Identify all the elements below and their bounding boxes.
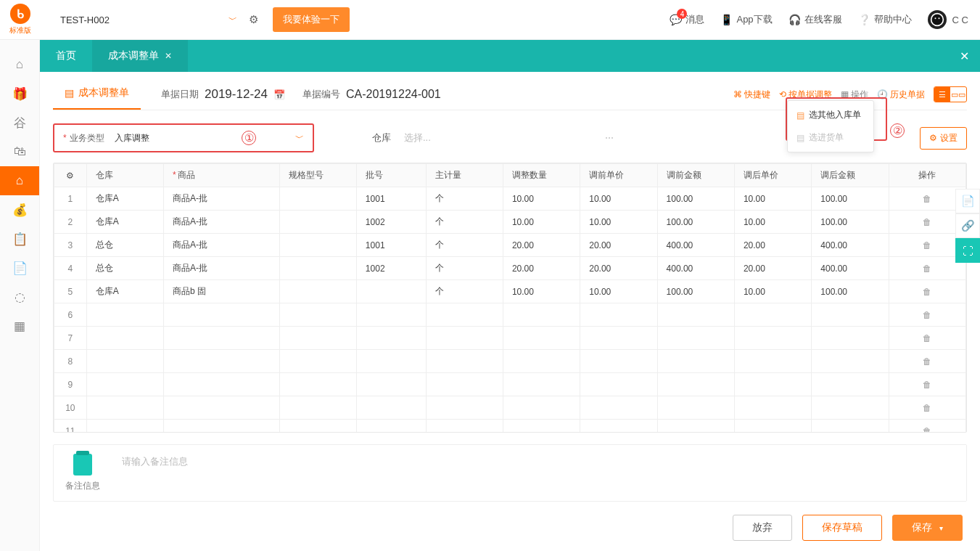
tab-close-icon[interactable]: ✕ xyxy=(165,51,172,61)
calendar-icon[interactable]: 📅 xyxy=(273,89,285,100)
trial-button[interactable]: 我要体验一下 xyxy=(273,7,350,32)
right-dock: 📄 🔗 ⛶ xyxy=(955,189,980,263)
popup-option-purchase[interactable]: ▤选进货单 xyxy=(788,126,873,149)
delete-row-icon[interactable]: 🗑 xyxy=(923,333,931,343)
nav-money[interactable]: 💰 xyxy=(0,195,39,224)
avatar[interactable] xyxy=(928,10,947,29)
items-grid: ⚙ 仓库 *商品 规格型号 批号 主计量 调整数量 调前单价 调前金额 调后单价… xyxy=(54,163,966,433)
delete-row-icon[interactable]: 🗑 xyxy=(923,403,931,413)
org-selector[interactable]: TEST-H002﹀ xyxy=(54,9,243,30)
doc-icon: ▤ xyxy=(796,110,804,121)
delete-row-icon[interactable]: 🗑 xyxy=(923,380,931,390)
delete-row-icon[interactable]: 🗑 xyxy=(923,426,931,433)
delete-row-icon[interactable]: 🗑 xyxy=(923,287,931,297)
dock-expand[interactable]: ⛶ xyxy=(955,238,980,263)
messages-link[interactable]: 💬消息4 xyxy=(670,13,704,26)
nav-gift[interactable]: 🎁 xyxy=(0,79,39,108)
tool-hotkey[interactable]: ⌘快捷键 xyxy=(733,89,770,101)
col-product[interactable]: *商品 xyxy=(164,164,280,187)
list-view-icon[interactable]: ☰ xyxy=(934,87,950,102)
customer-service-link[interactable]: 🎧在线客服 xyxy=(788,13,842,26)
chevron-down-icon: ﹀ xyxy=(295,132,304,144)
chevron-down-icon: ﹀ xyxy=(228,14,237,26)
col-unit[interactable]: 主计量 xyxy=(426,164,503,187)
side-nav: ⌂ 🎁 ⾕ 🛍 ⌂ 💰 📋 📄 ◌ ▦ xyxy=(0,40,40,551)
gear-icon: ⚙ xyxy=(929,133,937,143)
col-price-after[interactable]: 调后单价 xyxy=(734,164,811,187)
table-row[interactable]: 2仓库A商品A-批1002个10.0010.00100.0010.00100.0… xyxy=(54,211,966,234)
save-draft-button[interactable]: 保存草稿 xyxy=(802,515,882,541)
gear-icon[interactable]: ⚙ xyxy=(249,13,258,26)
svg-point-2 xyxy=(934,17,936,19)
col-price-before[interactable]: 调前单价 xyxy=(580,164,657,187)
source-order-popup: ▤选其他入库单 ▤选进货单 xyxy=(787,100,874,152)
dock-note[interactable]: 📄 xyxy=(955,189,980,213)
nav-report[interactable]: 📋 xyxy=(0,224,39,253)
warehouse-filter[interactable]: 仓库选择...⋯ xyxy=(372,131,615,144)
table-row[interactable]: 1仓库A商品A-批1001个10.0010.00100.0010.00100.0… xyxy=(54,187,966,211)
delete-row-icon[interactable]: 🗑 xyxy=(923,264,931,274)
nav-bag[interactable]: 🛍 xyxy=(0,137,39,166)
remark-label: 备注信息 xyxy=(54,445,112,501)
nav-form[interactable]: 📄 xyxy=(0,253,39,282)
table-row[interactable]: 3总仓商品A-批1001个20.0020.00400.0020.00400.00… xyxy=(54,234,966,257)
svg-point-1 xyxy=(931,15,942,25)
nav-house[interactable]: ⾕ xyxy=(0,108,39,137)
settings-button[interactable]: ⚙设置 xyxy=(920,127,967,150)
note-icon xyxy=(73,454,92,476)
popup-option-other-inbound[interactable]: ▤选其他入库单 xyxy=(788,104,873,126)
help-center-link[interactable]: ❔帮助中心 xyxy=(858,13,912,26)
grid-icon: ▦ xyxy=(841,89,849,99)
discard-button[interactable]: 放弃 xyxy=(733,515,792,541)
app-download-link[interactable]: 📱App下载 xyxy=(720,13,772,26)
close-all-tabs[interactable]: ✕ xyxy=(948,40,980,72)
annotation-2: ② xyxy=(890,123,905,138)
table-row[interactable]: 4总仓商品A-批1002个20.0020.00400.0020.00400.00… xyxy=(54,257,966,280)
doc-title-tab[interactable]: ▤成本调整单 xyxy=(53,79,141,110)
more-icon[interactable]: ⋯ xyxy=(605,133,615,143)
tab-home[interactable]: 首页 xyxy=(40,40,92,72)
col-config[interactable]: ⚙ xyxy=(54,164,87,187)
table-row[interactable]: 10🗑 xyxy=(54,396,966,420)
doc-number: 单据编号CA-20191224-001 xyxy=(302,88,441,101)
nav-sync[interactable]: ◌ xyxy=(0,282,39,311)
history-icon: 🕘 xyxy=(877,89,888,99)
user-name: C C xyxy=(952,15,968,25)
table-row[interactable]: 8🗑 xyxy=(54,350,966,373)
remark-input[interactable] xyxy=(112,445,966,501)
tab-cost-adjust[interactable]: 成本调整单✕ xyxy=(92,40,188,72)
table-row[interactable]: 5仓库A商品b 固个10.0010.00100.0010.00100.00🗑 xyxy=(54,280,966,303)
tool-operations[interactable]: ▦操作 xyxy=(841,89,868,101)
annotation-1: ① xyxy=(242,131,256,145)
tab-strip: 首页 成本调整单✕ ✕ xyxy=(40,40,980,72)
nav-home[interactable]: ⌂ xyxy=(0,50,39,79)
col-amount-after[interactable]: 调后金额 xyxy=(812,164,889,187)
table-row[interactable]: 11🗑 xyxy=(54,420,966,433)
business-type-select[interactable]: *业务类型入库调整 ﹀ ① xyxy=(53,123,314,152)
dock-link[interactable]: 🔗 xyxy=(955,213,980,238)
col-qty[interactable]: 调整数量 xyxy=(503,164,580,187)
logo: ᑲ 标准版 xyxy=(0,4,40,36)
table-row[interactable]: 9🗑 xyxy=(54,373,966,396)
table-row[interactable]: 7🗑 xyxy=(54,327,966,350)
col-warehouse[interactable]: 仓库 xyxy=(86,164,163,187)
save-button[interactable]: 保存▾ xyxy=(892,515,963,541)
nav-new[interactable]: ▦ xyxy=(0,311,39,340)
table-row[interactable]: 6🗑 xyxy=(54,303,966,327)
delete-row-icon[interactable]: 🗑 xyxy=(923,217,931,227)
view-toggle[interactable]: ☰▭▭ xyxy=(934,86,967,102)
col-spec[interactable]: 规格型号 xyxy=(279,164,356,187)
delete-row-icon[interactable]: 🗑 xyxy=(923,240,931,250)
card-view-icon[interactable]: ▭▭ xyxy=(950,87,966,102)
nav-warehouse[interactable]: ⌂ xyxy=(0,166,39,195)
tool-history[interactable]: 🕘历史单据 xyxy=(877,89,925,101)
col-batch[interactable]: 批号 xyxy=(356,164,426,187)
delete-row-icon[interactable]: 🗑 xyxy=(923,194,931,204)
keyboard-icon: ⌘ xyxy=(733,89,742,99)
tool-by-order[interactable]: ⟲按单据调整 xyxy=(779,89,832,101)
col-amount-before[interactable]: 调前金额 xyxy=(657,164,734,187)
delete-row-icon[interactable]: 🗑 xyxy=(923,356,931,367)
delete-row-icon[interactable]: 🗑 xyxy=(923,310,931,320)
document-icon: ▤ xyxy=(65,87,74,99)
doc-date: 单据日期2019-12-24📅 xyxy=(161,87,285,102)
